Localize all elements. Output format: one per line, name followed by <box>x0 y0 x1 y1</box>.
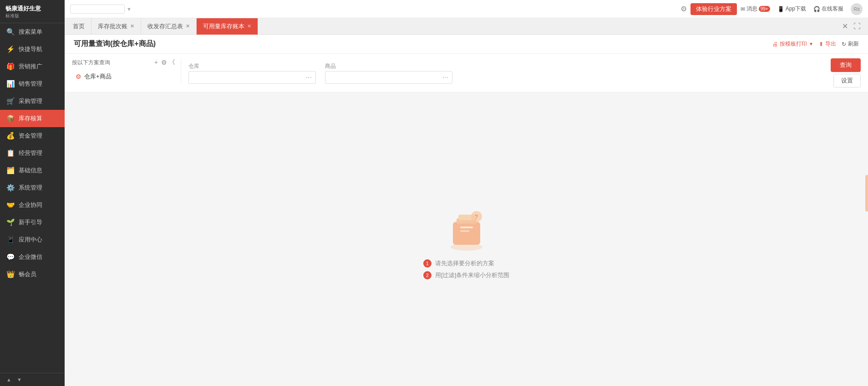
tab-home[interactable]: 首页 <box>66 18 91 35</box>
print-icon: 🖨 <box>772 41 778 47</box>
topbar-breadcrumb: ▼ <box>70 5 677 14</box>
product-label: 商品 <box>325 62 452 70</box>
tab-close-icon[interactable]: ✕ <box>247 23 251 29</box>
warehouse-dots-icon[interactable]: ··· <box>306 73 312 82</box>
sidebar-item-label: 资金管理 <box>19 132 42 140</box>
add-scheme-button[interactable]: ＋ <box>153 58 159 67</box>
sidebar-item-label: 新手引导 <box>19 218 42 226</box>
sidebar-scroll-down-icon: ▼ <box>17 377 22 382</box>
app-download-button[interactable]: 📱 App下载 <box>777 5 806 13</box>
message-button[interactable]: ✉ 消息 99+ <box>741 5 770 13</box>
warehouse-label: 仓库 <box>188 62 316 70</box>
handshake-icon: 🤝 <box>6 201 15 209</box>
tab-close-all-button[interactable]: ✕ <box>840 21 850 31</box>
sidebar-item-enterprise[interactable]: 🤝 企业协同 <box>0 196 65 214</box>
print-label: 按模板打印 <box>780 40 807 48</box>
right-edge-indicator <box>865 175 868 211</box>
guide-icon: 🌱 <box>6 218 15 226</box>
tabs-bar: 首页 库存批次账 ✕ 收发存汇总表 ✕ 可用量库存账本 ✕ ✕ ⛶ <box>65 18 868 35</box>
topbar-search-input[interactable] <box>70 5 125 14</box>
user-avatar[interactable]: Rit <box>851 3 863 15</box>
topbar-settings-icon[interactable]: ⚙ <box>680 5 687 13</box>
sidebar-item-operations[interactable]: 📋 经营管理 <box>0 144 65 162</box>
app-title: 畅康通好生意 <box>5 5 59 13</box>
export-icon: ⬆ <box>819 41 823 47</box>
tab-receipt-summary-label: 收发存汇总表 <box>147 22 183 31</box>
tab-home-label: 首页 <box>73 22 85 31</box>
cart-icon: 🛒 <box>6 97 15 105</box>
box-icon: 📦 <box>6 114 15 123</box>
message-badge: 99+ <box>759 6 770 12</box>
sidebar-item-guide[interactable]: 🌱 新手引导 <box>0 214 65 231</box>
tab-expand-button[interactable]: ⛶ <box>852 21 863 31</box>
dropdown-arrow-icon: ▼ <box>127 6 132 12</box>
export-button[interactable]: ⬆ 导出 <box>819 40 836 48</box>
sidebar-item-search[interactable]: 🔍 搜索菜单 <box>0 23 65 41</box>
tip-2-text: 用[过滤]条件来缩小分析范围 <box>435 271 509 279</box>
sidebar-bottom: ▲ ▼ <box>0 373 65 386</box>
warehouse-input[interactable]: ··· <box>188 71 316 84</box>
sidebar-item-label: 基础信息 <box>19 166 42 175</box>
sidebar-item-appstore[interactable]: 📱 应用中心 <box>0 231 65 248</box>
product-dots-icon[interactable]: ··· <box>442 73 448 82</box>
dropdown-chevron-icon: ▼ <box>809 41 813 46</box>
trial-industry-button[interactable]: 体验行业方案 <box>690 3 737 15</box>
product-input[interactable]: ··· <box>325 71 452 84</box>
empty-tips: 1 请先选择要分析的方案 2 用[过滤]条件来缩小分析范围 <box>423 259 509 279</box>
wechat-icon: 💬 <box>6 253 15 261</box>
scheme-item-icon: ⚙ <box>76 73 81 80</box>
filter-scheme-header: 按以下方案查询 ＋ ⚙ 《 <box>72 58 175 67</box>
search-icon: 🔍 <box>6 28 15 36</box>
refresh-button[interactable]: ↻ 刷新 <box>842 40 859 48</box>
tabs-actions: ✕ ⛶ <box>840 21 866 31</box>
online-service-button[interactable]: 🎧 在线客服 <box>813 5 843 13</box>
page-actions: 🖨 按模板打印 ▼ ⬆ 导出 ↻ 刷新 <box>772 40 859 48</box>
sidebar-item-member[interactable]: 👑 畅会员 <box>0 266 65 283</box>
sidebar-item-label: 系统管理 <box>19 184 42 192</box>
sidebar-item-shortcuts[interactable]: ⚡ 快捷导航 <box>0 41 65 58</box>
tab-batch-ledger[interactable]: 库存批次账 ✕ <box>91 18 141 35</box>
sidebar-item-label: 企业微信 <box>19 253 42 261</box>
collapse-scheme-button[interactable]: 《 <box>169 58 175 67</box>
empty-tip-1: 1 请先选择要分析的方案 <box>423 259 509 268</box>
print-template-button[interactable]: 🖨 按模板打印 ▼ <box>772 40 813 48</box>
app-download-label: App下载 <box>786 5 806 13</box>
tip-1-text: 请先选择要分析的方案 <box>435 259 494 268</box>
sidebar-item-wechat[interactable]: 💬 企业微信 <box>0 248 65 266</box>
svg-rect-5 <box>460 230 469 232</box>
sidebar-item-basic[interactable]: 🗂️ 基础信息 <box>0 162 65 179</box>
sidebar: 畅康通好生意 标准版 🔍 搜索菜单 ⚡ 快捷导航 🎁 营销推广 📊 销售管理 🛒… <box>0 0 65 386</box>
tab-batch-ledger-label: 库存批次账 <box>98 22 127 31</box>
topbar-right: ✉ 消息 99+ 📱 App下载 🎧 在线客服 Rit <box>741 3 863 15</box>
scheme-item-warehouse-product[interactable]: ⚙ 仓库+商品 <box>72 70 175 83</box>
gift-icon: 🎁 <box>6 62 15 71</box>
sidebar-item-label: 快捷导航 <box>19 45 42 53</box>
sidebar-item-purchase[interactable]: 🛒 采购管理 <box>0 93 65 110</box>
product-field: 商品 ··· <box>325 62 452 84</box>
page-content: 可用量查询(按仓库+商品) 🖨 按模板打印 ▼ ⬆ 导出 ↻ 刷新 <box>65 35 868 386</box>
warehouse-field: 仓库 ··· <box>188 62 316 84</box>
app-subtitle: 标准版 <box>5 13 59 19</box>
scheme-actions: ＋ ⚙ 《 <box>153 58 175 67</box>
sidebar-item-system[interactable]: ⚙️ 系统管理 <box>0 179 65 196</box>
filter-fields: 仓库 ··· 商品 ··· 查询 设置 <box>181 58 861 87</box>
svg-rect-1 <box>453 222 480 245</box>
scheme-label: 按以下方案查询 <box>72 59 110 67</box>
tab-close-icon[interactable]: ✕ <box>130 23 134 29</box>
settings-button[interactable]: 设置 <box>833 74 861 87</box>
sidebar-item-label: 企业协同 <box>19 201 42 209</box>
sidebar-item-marketing[interactable]: 🎁 营销推广 <box>0 58 65 75</box>
sidebar-item-inventory[interactable]: 📦 库存核算 <box>0 110 65 127</box>
edit-scheme-button[interactable]: ⚙ <box>161 58 167 67</box>
query-button[interactable]: 查询 <box>831 58 861 72</box>
tab-close-icon[interactable]: ✕ <box>186 23 190 29</box>
crown-icon: 👑 <box>6 270 15 278</box>
sidebar-nav: 🔍 搜索菜单 ⚡ 快捷导航 🎁 营销推广 📊 销售管理 🛒 采购管理 📦 库存核… <box>0 23 65 373</box>
scheme-item-label: 仓库+商品 <box>84 72 112 81</box>
tab-available-ledger[interactable]: 可用量库存账本 ✕ <box>197 18 258 35</box>
headset-icon: 🎧 <box>813 6 820 12</box>
sidebar-item-finance[interactable]: 💰 资金管理 <box>0 127 65 144</box>
tab-receipt-summary[interactable]: 收发存汇总表 ✕ <box>141 18 197 35</box>
sidebar-item-sales[interactable]: 📊 销售管理 <box>0 75 65 93</box>
main-area: ▼ ⚙ 体验行业方案 ✉ 消息 99+ 📱 App下载 🎧 在线客服 Rit <box>65 0 868 386</box>
